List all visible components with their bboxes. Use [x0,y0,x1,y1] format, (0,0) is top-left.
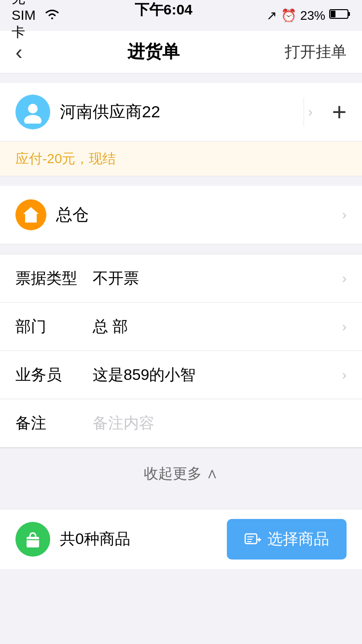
wifi-icon [43,8,61,24]
department-label: 部门 [15,316,83,337]
status-left: 无 SIM 卡 [12,0,61,42]
section-gap-1 [0,73,362,83]
supplier-row[interactable]: 河南供应商22 › + [0,83,362,141]
salesperson-arrow: › [342,367,347,383]
invoice-type-value: 不开票 [83,268,342,289]
main-content: 河南供应商22 › + 应付-20元，现结 总仓 › 票 [0,73,362,569]
back-button[interactable]: ‹ [15,42,23,63]
page-title: 进货单 [127,40,180,64]
collapse-row[interactable]: 收起更多 ∧ [0,448,362,499]
battery-label: 23% [300,8,325,23]
svg-point-5 [24,115,42,124]
alert-text: 应付-20元，现结 [15,151,116,166]
department-arrow: › [342,319,347,335]
warehouse-arrow-icon: › [342,207,347,223]
invoice-type-row[interactable]: 票据类型 不开票 › [0,254,362,303]
supplier-divider [304,98,304,126]
salesperson-value: 这是859的小智 [83,364,342,386]
open-pending-button[interactable]: 打开挂单 [285,42,347,63]
department-row[interactable]: 部门 总 部 › [0,303,362,351]
status-bar: 无 SIM 卡 下午6:04 ↗ ⏰ 23% [0,0,362,31]
form-card: 票据类型 不开票 › 部门 总 部 › 业务员 这是859的小智 › 备注 备注… [0,254,362,448]
collapse-label: 收起更多 ∧ [144,464,218,484]
supplier-name: 河南供应商22 [60,101,308,123]
alarm-icon: ⏰ [281,8,296,23]
invoice-type-arrow: › [342,271,347,286]
remark-input[interactable]: 备注内容 [83,413,347,434]
product-summary: 共0种商品 [15,522,130,557]
svg-rect-7 [27,537,39,547]
svg-marker-6 [23,207,39,223]
product-count-label: 共0种商品 [60,529,130,550]
add-supplier-button[interactable]: + [332,99,347,125]
select-product-button[interactable]: 选择商品 [227,519,347,560]
svg-rect-2 [331,11,335,17]
section-gap-3 [0,244,362,254]
warehouse-icon [15,199,46,230]
supplier-avatar [15,95,50,129]
location-icon: ↗ [266,8,277,23]
warehouse-row[interactable]: 总仓 › [0,186,362,244]
invoice-type-label: 票据类型 [15,268,83,289]
svg-rect-1 [348,12,350,16]
status-right: ↗ ⏰ 23% [266,8,350,23]
remark-label: 备注 [15,413,83,434]
select-product-label: 选择商品 [267,529,329,550]
battery-icon [329,8,350,23]
bottom-bar: 共0种商品 选择商品 [0,509,362,569]
status-time: 下午6:04 [135,0,193,20]
svg-point-4 [28,104,38,113]
product-icon [15,522,50,557]
alert-row: 应付-20元，现结 [0,141,362,176]
section-gap-2 [0,176,362,186]
salesperson-row[interactable]: 业务员 这是859的小智 › [0,351,362,399]
supplier-arrow-icon: › [308,104,312,120]
remark-row[interactable]: 备注 备注内容 [0,399,362,448]
carrier-label: 无 SIM 卡 [12,0,39,42]
salesperson-label: 业务员 [15,364,83,386]
warehouse-name: 总仓 [56,204,342,226]
department-value: 总 部 [83,316,342,337]
